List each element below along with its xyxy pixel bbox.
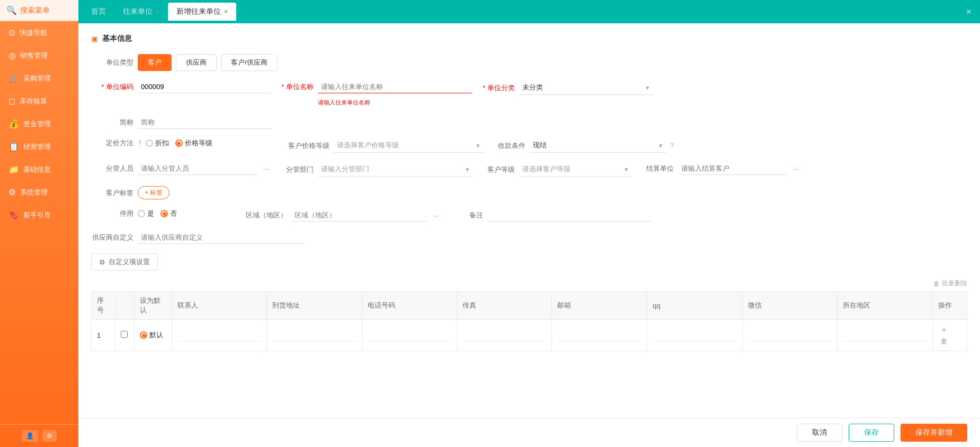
inventory-icon: ◻: [8, 96, 15, 106]
unit-category-group: * 单位分类 未分类 ▾: [473, 81, 653, 95]
manager-input[interactable]: [138, 162, 257, 175]
tab-home[interactable]: 首页: [83, 3, 114, 21]
cell-seq: 1: [92, 320, 115, 351]
tab-new-partner[interactable]: 新增往来单位 ×: [168, 3, 236, 21]
unit-type-btn-group: 客户 供应商 客户/供应商: [138, 54, 278, 71]
settlement-dots-btn[interactable]: ···: [791, 165, 801, 173]
batch-delete-icon: 🗑: [933, 280, 940, 287]
sidebar-item-operations[interactable]: 📋 经营管理: [0, 135, 78, 158]
radio-disable-no[interactable]: 否: [161, 209, 177, 218]
pricing-help-icon[interactable]: ?: [138, 139, 141, 147]
department-select[interactable]: 请输入分管部门 ▾: [318, 162, 473, 177]
tab-partners[interactable]: 往来单位 ×: [114, 3, 168, 21]
tab-partners-close[interactable]: ×: [156, 8, 159, 15]
cell-action: ＋ 🗑: [932, 320, 967, 351]
cell-fax[interactable]: [457, 320, 552, 351]
cell-wechat[interactable]: [742, 320, 837, 351]
customer-price-level-select[interactable]: 请选择客户价格等级 ▾: [334, 138, 483, 153]
payment-terms-select[interactable]: 现结 ▾: [530, 138, 666, 153]
sidebar-item-label: 系统管理: [20, 188, 48, 197]
unit-name-input[interactable]: [318, 81, 473, 93]
phone-input[interactable]: [368, 329, 451, 341]
cell-address[interactable]: [267, 320, 362, 351]
code-name-category-row: * 单位编码 * 单位名称 请输入往来单位名称 * 单位分类 未分类 ▾: [91, 81, 967, 107]
sidebar-item-guide[interactable]: 🔖 新手引导: [0, 204, 78, 226]
search-icon: 🔍: [6, 5, 17, 15]
cell-email[interactable]: [552, 320, 647, 351]
operations-icon: 📋: [8, 142, 19, 152]
radio-yes-circle: [138, 210, 145, 217]
cell-default: 默认: [135, 320, 172, 351]
sidebar-item-inventory[interactable]: ◻ 库存核算: [0, 90, 78, 112]
fax-input[interactable]: [462, 329, 546, 341]
unit-category-select[interactable]: 未分类 ▾: [519, 81, 653, 95]
unit-code-input[interactable]: [138, 81, 271, 93]
col-phone: 电话号码: [362, 292, 457, 320]
btn-type-supplier[interactable]: 供应商: [176, 54, 217, 71]
location-input[interactable]: [843, 329, 926, 341]
qq-input[interactable]: [653, 329, 737, 341]
row-delete-btn[interactable]: 🗑: [938, 336, 950, 346]
save-button[interactable]: 保存: [849, 424, 894, 442]
pricing-radio-group: 折扣 价格等级: [146, 138, 212, 148]
custom-settings-btn[interactable]: ⚙ 自定义项设置: [91, 253, 158, 270]
tab-new-partner-label: 新增往来单位: [176, 7, 221, 16]
remark-input[interactable]: [487, 209, 653, 222]
manager-dots-btn[interactable]: ···: [261, 165, 271, 173]
tab-bar-close-btn[interactable]: ×: [961, 4, 976, 20]
region-group: 区域（地区） ···: [239, 209, 441, 222]
sidebar-item-quick-nav[interactable]: ⊙ 快捷导航: [0, 21, 78, 44]
tag-row: 客户标签 + 标签: [91, 186, 967, 199]
col-action: 操作: [932, 292, 967, 320]
region-dots-btn[interactable]: ···: [431, 212, 441, 220]
address-input[interactable]: [272, 329, 356, 341]
tab-bar: 首页 往来单位 × 新增往来单位 × ×: [78, 0, 980, 23]
supplier-custom-group: 供应商自定义: [91, 231, 303, 244]
sidebar-item-finance[interactable]: 💰 资金管理: [0, 112, 78, 135]
sidebar-item-sales[interactable]: ◎ 销售管理: [0, 44, 78, 67]
btn-type-customer[interactable]: 客户: [138, 54, 172, 71]
sidebar-item-purchase[interactable]: 🛒 采购管理: [0, 67, 78, 90]
abbr-input[interactable]: [138, 116, 271, 129]
cell-checkbox[interactable]: [115, 320, 135, 351]
col-address: 到货地址: [267, 292, 362, 320]
radio-price-level-label: 价格等级: [185, 138, 212, 148]
supplier-custom-input[interactable]: [138, 231, 303, 244]
cell-qq[interactable]: [647, 320, 742, 351]
unit-name-label: * 单位名称: [271, 82, 314, 92]
radio-default[interactable]: 默认: [140, 330, 166, 340]
radio-price-level[interactable]: 价格等级: [175, 138, 212, 148]
footer-bar: 取消 保存 保存并新增: [78, 418, 980, 447]
sidebar-item-system[interactable]: ⚙ 系统管理: [0, 181, 78, 204]
row-checkbox[interactable]: [121, 331, 128, 338]
cell-phone[interactable]: [362, 320, 457, 351]
chevron-down-icon: ▾: [646, 84, 649, 92]
department-label: 分管部门: [271, 165, 314, 174]
table-body: 1 默认: [92, 320, 967, 351]
add-tag-btn[interactable]: + 标签: [138, 186, 170, 199]
radio-disable-yes[interactable]: 是: [138, 209, 154, 218]
batch-delete-label[interactable]: 批量删除: [942, 279, 967, 288]
save-new-button[interactable]: 保存并新增: [901, 424, 967, 442]
cancel-button[interactable]: 取消: [797, 424, 842, 442]
radio-discount[interactable]: 折扣: [146, 138, 169, 148]
email-input[interactable]: [557, 329, 641, 341]
sidebar-user-btn[interactable]: 👤: [22, 430, 38, 442]
sidebar-settings-btn[interactable]: ⚙: [42, 430, 57, 442]
payment-terms-help-icon[interactable]: ?: [670, 142, 674, 150]
row-add-btn[interactable]: ＋: [938, 324, 950, 336]
tab-new-partner-close[interactable]: ×: [224, 8, 228, 15]
wechat-input[interactable]: [748, 329, 832, 341]
customer-level-select[interactable]: 请选择客户等级 ▾: [519, 162, 631, 177]
contact-input[interactable]: [177, 329, 261, 341]
sidebar-item-base-info[interactable]: 📁 基础信息: [0, 158, 78, 181]
cell-contact[interactable]: [172, 320, 266, 351]
cell-location[interactable]: [838, 320, 932, 351]
radio-discount-circle: [146, 139, 153, 147]
btn-type-both[interactable]: 客户/供应商: [221, 54, 278, 71]
settlement-input[interactable]: [678, 162, 787, 175]
region-input[interactable]: [291, 209, 426, 222]
sidebar-search[interactable]: 🔍 搜索菜单: [0, 0, 78, 21]
chevron-down-icon3: ▾: [659, 142, 663, 150]
supplier-custom-row: 供应商自定义: [91, 231, 967, 244]
